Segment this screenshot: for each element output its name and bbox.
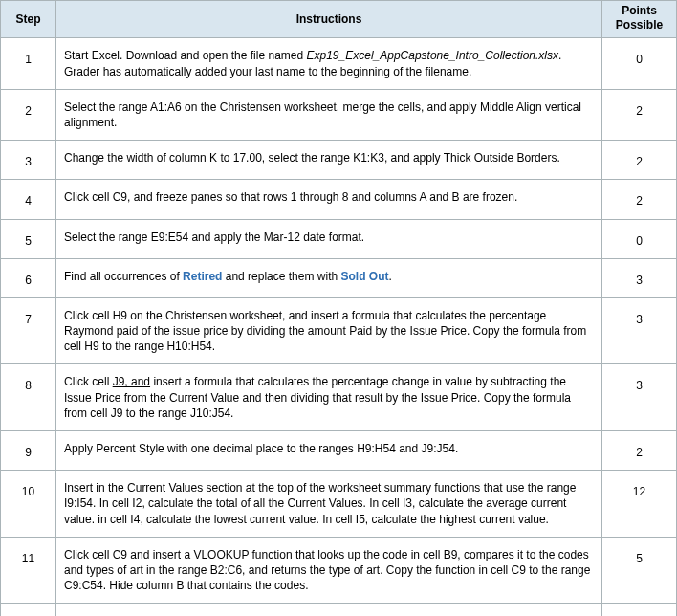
instruction-cell: Click cell K9 and insert an IF function … bbox=[56, 604, 602, 616]
instruction-cell: Select the range E9:E54 and apply the Ma… bbox=[56, 219, 602, 258]
header-points-line2: Possible bbox=[616, 18, 663, 32]
step-number: 6 bbox=[1, 258, 56, 297]
points-value: 2 bbox=[602, 89, 677, 140]
table-row: 1 Start Excel. Download and open the fil… bbox=[1, 38, 677, 89]
points-value: 12 bbox=[602, 471, 677, 538]
table-row: 8 Click cell J9, and insert a formula th… bbox=[1, 364, 677, 431]
step-number: 5 bbox=[1, 219, 56, 258]
table-row: 10 Insert in the Current Values section … bbox=[1, 471, 677, 538]
step-number: 11 bbox=[1, 537, 56, 604]
table-row: 6 Find all occurrences of Retired and re… bbox=[1, 258, 677, 297]
table-row: 3 Change the width of column K to 17.00,… bbox=[1, 141, 677, 180]
points-value: 0 bbox=[602, 38, 677, 89]
instruction-cell: Change the width of column K to 17.00, s… bbox=[56, 141, 602, 180]
table-row: 12 Click cell K9 and insert an IF functi… bbox=[1, 604, 677, 616]
instruction-cell: Click cell C9 and insert a VLOOKUP funct… bbox=[56, 537, 602, 604]
table-row: 5 Select the range E9:E54 and apply the … bbox=[1, 219, 677, 258]
instruction-cell: Find all occurrences of Retired and repl… bbox=[56, 258, 602, 297]
points-value: 3 bbox=[602, 297, 677, 364]
table-row: 2 Select the range A1:A6 on the Christen… bbox=[1, 89, 677, 140]
instruction-cell: Select the range A1:A6 on the Christense… bbox=[56, 89, 602, 140]
instruction-cell: Insert in the Current Values section at … bbox=[56, 471, 602, 538]
points-value: 2 bbox=[602, 180, 677, 219]
step-number: 8 bbox=[1, 364, 56, 431]
instruction-text: . bbox=[388, 270, 391, 283]
points-value: 0 bbox=[602, 219, 677, 258]
instruction-text: Start Excel. Download and open the file … bbox=[64, 49, 307, 62]
points-value: 4 bbox=[602, 604, 677, 616]
instruction-cell: Apply Percent Style with one decimal pla… bbox=[56, 431, 602, 471]
header-points-line1: Points bbox=[622, 4, 657, 17]
step-number: 10 bbox=[1, 471, 56, 538]
step-number: 2 bbox=[1, 89, 56, 140]
instructions-table: Step Instructions Points Possible 1 Star… bbox=[0, 0, 677, 616]
points-value: 2 bbox=[602, 141, 677, 180]
table-row: 7 Click cell H9 on the Christensen works… bbox=[1, 297, 677, 364]
table-header-row: Step Instructions Points Possible bbox=[1, 1, 677, 38]
step-number: 12 bbox=[1, 604, 56, 616]
step-number: 7 bbox=[1, 297, 56, 364]
points-value: 3 bbox=[602, 364, 677, 431]
filename: Exp19_Excel_AppCapstone_Intro_Collection… bbox=[307, 49, 559, 62]
instruction-text: Click cell bbox=[64, 375, 113, 388]
points-value: 5 bbox=[602, 537, 677, 604]
table-row: 11 Click cell C9 and insert a VLOOKUP fu… bbox=[1, 537, 677, 604]
step-number: 3 bbox=[1, 141, 56, 180]
keyword-retired: Retired bbox=[183, 270, 222, 283]
instruction-text: Find all occurrences of bbox=[64, 270, 183, 283]
instruction-cell: Click cell C9, and freeze panes so that … bbox=[56, 180, 602, 219]
instruction-cell: Start Excel. Download and open the file … bbox=[56, 38, 602, 89]
instruction-text: and replace them with bbox=[222, 270, 340, 283]
step-number: 4 bbox=[1, 180, 56, 219]
keyword-soldout: Sold Out bbox=[340, 270, 388, 283]
header-step: Step bbox=[1, 1, 56, 38]
header-points: Points Possible bbox=[602, 1, 677, 38]
table-row: 9 Apply Percent Style with one decimal p… bbox=[1, 431, 677, 471]
points-value: 2 bbox=[602, 431, 677, 471]
instruction-cell: Click cell J9, and insert a formula that… bbox=[56, 364, 602, 431]
table-row: 4 Click cell C9, and freeze panes so tha… bbox=[1, 180, 677, 219]
instruction-cell: Click cell H9 on the Christensen workshe… bbox=[56, 297, 602, 364]
header-instructions: Instructions bbox=[56, 1, 602, 38]
points-value: 3 bbox=[602, 258, 677, 297]
step-number: 9 bbox=[1, 431, 56, 471]
underlined-text: J9, and bbox=[113, 375, 150, 388]
step-number: 1 bbox=[1, 38, 56, 89]
